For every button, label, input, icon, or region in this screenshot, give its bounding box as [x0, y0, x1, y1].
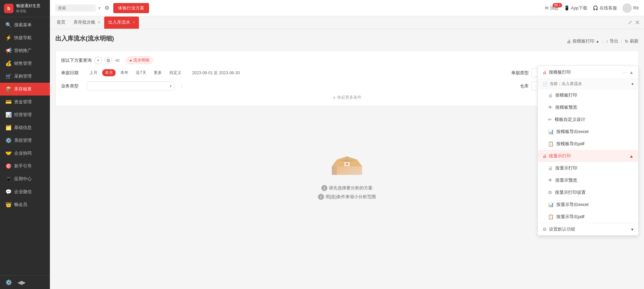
logo-icon: b — [4, 4, 13, 13]
refresh-button[interactable]: ↻ 刷新 — [625, 38, 639, 44]
dropdown-item-display-export-excel[interactable]: 📊 按显示导出excel — [538, 199, 638, 211]
sidebar-item-finance[interactable]: 💳 资金管理 — [0, 96, 50, 108]
template-print-button[interactable]: 🖨 按模板打印 ▲ — [567, 38, 599, 44]
date-option-last-month[interactable]: 上月 — [87, 69, 100, 76]
biz-type-select-wrapper — [87, 81, 174, 90]
main-area: ▾ ⚙ 体验行业方案 ✉ 消息 99 + 📱 App下载 🎧 在线客服 — [50, 0, 644, 289]
sidebar-item-purchase[interactable]: 🛒 采购管理 — [0, 70, 50, 83]
tab-home[interactable]: 首页 — [53, 17, 69, 29]
tabbar: 首页 库存批次账 × 出入库流水 × ⤢ ✕ — [50, 16, 644, 29]
sidebar-item-member[interactable]: 👑 畅会员 — [0, 198, 50, 211]
sidebar-item-appstore[interactable]: 📱 应用中心 — [0, 173, 50, 185]
settings-gear-icon[interactable]: ⚙ — [105, 5, 109, 11]
settings-footer-icon[interactable]: ⚙️ — [5, 279, 12, 286]
display-preview-icon: 👁 — [548, 178, 553, 183]
current-label: 当前：出入库流水 — [550, 81, 582, 87]
date-range: 2023-06-01 至 2023-06-30 — [192, 70, 240, 76]
dropdown-item-template-custom[interactable]: ✏ 模板自定义设计 — [538, 113, 638, 126]
display-section-chevron-icon: ▲ — [629, 154, 634, 159]
dropdown-more-icon[interactable]: ··· — [623, 70, 626, 75]
footer-settings-icon: ⚙ — [543, 227, 547, 232]
dropdown-footer[interactable]: ⚙ 设置默认功能 ▾ — [538, 223, 638, 235]
filter-label: 按以下方案查询 — [61, 57, 92, 63]
date-option-more[interactable]: 更多 — [151, 69, 165, 76]
active-filter-tag: ● 流水明细 — [126, 56, 153, 64]
system-icon: ⚙️ — [5, 137, 11, 143]
hint-num-2: 2 — [318, 194, 324, 200]
sidebar-item-wechat[interactable]: 💬 企业微信 — [0, 185, 50, 198]
app-download-button[interactable]: 📱 App下载 — [564, 5, 587, 11]
dropdown-item-template-export-pdf[interactable]: 📋 按模板导出pdf — [538, 138, 638, 150]
sidebar-item-label: 系统管理 — [14, 137, 32, 143]
template-excel-icon: 📊 — [548, 129, 554, 134]
sidebar-item-sales[interactable]: 💰 销售管理 — [0, 57, 50, 70]
tab-close-flow[interactable]: × — [133, 20, 135, 24]
support-button[interactable]: 🎧 在线客服 — [593, 5, 617, 11]
close-tab-icon[interactable]: ✕ — [634, 18, 641, 28]
collapse-sidebar-icon[interactable]: ◀▶ — [18, 279, 26, 286]
action-buttons: 🖨 按模板打印 ▲ | ↑ 导出 | ↻ 刷新 — [567, 38, 639, 44]
collapse-label: ∧ 收起更多条件 — [333, 95, 361, 100]
sidebar-item-basic[interactable]: 🗂️ 基础信息 — [0, 121, 50, 134]
sidebar-item-search[interactable]: 🔍 搜索菜单 — [0, 19, 50, 31]
appstore-icon: 📱 — [5, 176, 11, 182]
sidebar-item-system[interactable]: ⚙️ 系统管理 — [0, 134, 50, 147]
date-option-last-7days[interactable]: 近7天 — [133, 69, 149, 76]
sidebar-item-marketing[interactable]: 📢 营销推广 — [0, 44, 50, 57]
export-button[interactable]: ↑ 导出 — [606, 38, 618, 44]
export-icon: ↑ — [606, 39, 608, 44]
message-button[interactable]: ✉ 消息 99 + — [545, 5, 559, 11]
empty-hint-1: 1 请先选择要分析的方案 — [321, 185, 373, 191]
dropdown-collapse-icon[interactable]: ▲ — [629, 70, 634, 75]
dropdown-item-template-export-excel[interactable]: 📊 按模板导出excel — [538, 126, 638, 138]
tab-flow[interactable]: 出入库流水 × — [104, 17, 139, 29]
tag-icon: ● — [129, 58, 132, 63]
dropdown-item-display-settings[interactable]: ⚙ 按显示打印设置 — [538, 186, 638, 199]
display-section-header[interactable]: 🖨 按显示打印 ▲ — [538, 150, 638, 162]
filter-setting-button[interactable]: ⚙ — [105, 57, 112, 64]
inventory-icon: 📦 — [5, 86, 11, 92]
date-option-custom[interactable]: 自定义 — [167, 69, 184, 76]
trial-button[interactable]: 体验行业方案 — [113, 3, 149, 13]
filter-tag[interactable]: ● 流水明细 — [126, 56, 153, 64]
sidebar-item-guide[interactable]: 🎯 新手引导 — [0, 160, 50, 173]
sidebar-item-operation[interactable]: 📊 经营管理 — [0, 108, 50, 121]
date-option-current-year[interactable]: 本年 — [118, 69, 131, 76]
dropdown-item-display-export-pdf[interactable]: 📋 按显示导出pdf — [538, 211, 638, 223]
dropdown-item-display-print[interactable]: 🖨 按显示打印 — [538, 162, 638, 174]
display-section-icon: 🖨 — [543, 154, 547, 159]
finance-icon: 💳 — [5, 99, 11, 105]
user-profile[interactable]: Rit — [622, 3, 639, 13]
sidebar-item-label: 快捷导航 — [14, 35, 32, 41]
template-pdf-icon: 📋 — [548, 141, 554, 147]
expand-icon[interactable]: ⤢ — [626, 18, 634, 27]
template-print-icon: 🖨 — [548, 93, 553, 98]
sidebar-item-label: 应用中心 — [14, 176, 32, 182]
sidebar-item-label: 库存核算 — [14, 86, 32, 92]
date-option-current-month[interactable]: 本月 — [102, 69, 116, 76]
sidebar-item-inventory[interactable]: 📦 库存核算 — [0, 83, 50, 96]
enterprise-icon: 🤝 — [5, 150, 11, 156]
filter-add-button[interactable]: ＋ — [94, 57, 102, 64]
topbar: ▾ ⚙ 体验行业方案 ✉ 消息 99 + 📱 App下载 🎧 在线客服 — [50, 0, 644, 16]
search-dropdown-chevron-icon[interactable]: ▾ — [98, 6, 100, 10]
biz-type-select[interactable] — [87, 81, 174, 90]
display-print-icon: 🖨 — [548, 165, 553, 171]
dropdown-menu: 🖨 按模板打印 ··· ▲ 📄 当前：出入库流水 ▾ 🖨 按模板打印 — [537, 65, 639, 236]
support-label: 在线客服 — [599, 5, 617, 11]
display-excel-icon: 📊 — [548, 202, 554, 207]
empty-illustration — [327, 144, 367, 178]
sidebar-item-enterprise[interactable]: 🤝 企业协同 — [0, 147, 50, 160]
app-tag: 标准版 — [16, 9, 40, 14]
tab-batch[interactable]: 库存批次账 × — [69, 17, 104, 29]
dropdown-item-display-preview[interactable]: 👁 按显示预览 — [538, 174, 638, 186]
sidebar-item-shortcut[interactable]: ⚡ 快捷导航 — [0, 31, 50, 44]
subheader-chevron-icon[interactable]: ▾ — [632, 82, 634, 86]
app-name: 畅捷通好生意 — [16, 3, 40, 9]
tab-close-batch[interactable]: × — [98, 20, 100, 24]
dropdown-item-template-preview[interactable]: 👁 按模板预览 — [538, 101, 638, 113]
filter-collapse-icon[interactable]: ≪ — [115, 57, 120, 63]
search-input[interactable] — [55, 4, 96, 12]
sidebar-item-label: 搜索菜单 — [14, 22, 32, 28]
dropdown-item-template-print[interactable]: 🖨 按模板打印 — [538, 89, 638, 101]
